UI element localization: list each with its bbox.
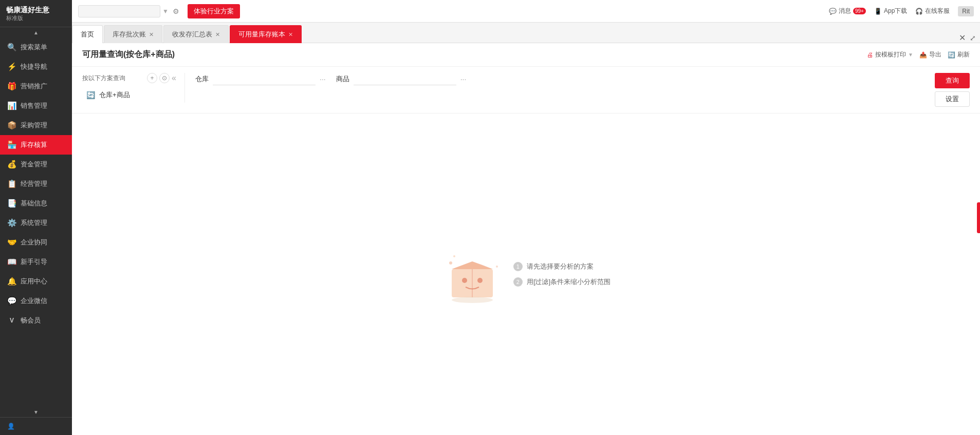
sidebar-item-base-info[interactable]: 📑 基础信息 (0, 194, 72, 213)
quick-nav-icon: ⚡ (7, 62, 16, 71)
tab-home[interactable]: 首页 (72, 25, 103, 43)
tabs-bar: 首页 库存批次账 ✕ 收发存汇总表 ✕ 可用量库存账本 ✕ ✕ ⤢ (72, 23, 980, 43)
marketing-icon: 🎁 (7, 82, 16, 91)
query-left-panel: 按以下方案查询 + ⊙ « 🔄 仓库+商品 (82, 73, 185, 103)
sidebar-item-label: 快捷导航 (21, 62, 47, 71)
app-download-button[interactable]: 📱 App下载 (874, 7, 907, 15)
empty-num-2: 2 (513, 277, 523, 287)
online-service-button[interactable]: 🎧 在线客服 (915, 7, 950, 15)
user-avatar-icon: 👤 (7, 423, 15, 430)
online-service-label: 在线客服 (925, 7, 950, 15)
user-avatar[interactable]: Rit (958, 6, 974, 16)
user-name: Rit (962, 8, 970, 15)
top-header: ▼ ⚙ 体验行业方案 💬 消息 99+ 📱 App下载 🎧 在线客服 Rit (72, 0, 980, 23)
settings-scheme-button[interactable]: ⊙ (159, 73, 170, 83)
sidebar-item-finance[interactable]: 💰 资金管理 (0, 155, 72, 174)
svg-point-9 (453, 255, 455, 257)
header-search-input[interactable] (78, 5, 160, 17)
empty-num-1: 1 (513, 262, 523, 271)
empty-hint-1-text: 请先选择要分析的方案 (527, 262, 594, 271)
tab-batch-account[interactable]: 库存批次账 ✕ (104, 25, 162, 43)
add-icon: + (151, 74, 154, 82)
print-dropdown-icon[interactable]: ▼ (908, 52, 913, 58)
export-icon: 📤 (919, 51, 927, 59)
product-label: 商品 (336, 74, 349, 84)
svg-marker-1 (452, 261, 493, 269)
tab-available-qty-label: 可用量库存账本 (238, 30, 285, 39)
product-input[interactable] (354, 73, 456, 85)
empty-hint-2: 2 用[过滤]条件来缩小分析范围 (513, 277, 611, 287)
message-badge: 99+ (853, 8, 866, 14)
sidebar-item-marketing[interactable]: 🎁 营销推广 (0, 77, 72, 96)
sidebar-item-label: 搜索菜单 (21, 43, 47, 52)
query-left-actions: + ⊙ « (147, 73, 176, 83)
sidebar-scroll-down[interactable]: ▼ (0, 407, 72, 417)
empty-hint-2-text: 用[过滤]条件来缩小分析范围 (527, 277, 611, 287)
sidebar-item-label: 采购管理 (21, 121, 47, 130)
sidebar-item-business[interactable]: 📋 经营管理 (0, 174, 72, 194)
svg-point-8 (496, 266, 498, 268)
product-more-icon[interactable]: ··· (460, 75, 467, 83)
logo-title: 畅康通好生意 (6, 5, 66, 14)
sidebar-item-guide[interactable]: 📖 新手引导 (0, 252, 72, 272)
sidebar-item-enterprise[interactable]: 🤝 企业协同 (0, 233, 72, 252)
tabs-close-all-button[interactable]: ✕ (959, 33, 966, 43)
print-label: 按模板打印 (875, 50, 906, 59)
query-scheme-title: 按以下方案查询 (82, 74, 125, 83)
sidebar-item-purchase[interactable]: 📦 采购管理 (0, 116, 72, 135)
service-icon: 🎧 (915, 8, 923, 15)
header-search-dropdown[interactable]: ▼ (162, 8, 169, 15)
sidebar-item-system[interactable]: ⚙️ 系统管理 (0, 213, 72, 233)
tabs-expand-button[interactable]: ⤢ (970, 34, 976, 42)
tab-available-qty-close[interactable]: ✕ (288, 31, 293, 38)
sidebar-item-inventory[interactable]: 🏪 库存核算 (0, 135, 72, 155)
header-search-area: ▼ ⚙ (78, 5, 179, 17)
warehouse-label: 仓库 (195, 74, 209, 84)
warehouse-more-icon[interactable]: ··· (320, 75, 326, 83)
refresh-button[interactable]: 🔄 刷新 (948, 50, 970, 59)
print-icon: 🖨 (867, 51, 873, 59)
wechat-icon: 💬 (7, 296, 16, 306)
query-left-header: 按以下方案查询 + ⊙ « (82, 73, 176, 83)
collapse-scheme-button[interactable]: « (172, 73, 176, 83)
query-button[interactable]: 查询 (935, 73, 970, 88)
member-icon: V (7, 317, 16, 324)
tab-inventory-summary[interactable]: 收发存汇总表 ✕ (163, 25, 229, 43)
warehouse-input[interactable] (213, 73, 316, 85)
sidebar-scroll-up[interactable]: ▲ (0, 27, 72, 37)
empty-text: 1 请先选择要分析的方案 2 用[过滤]条件来缩小分析范围 (513, 262, 611, 287)
purchase-icon: 📦 (7, 121, 16, 130)
header-gear-icon[interactable]: ⚙ (173, 7, 179, 15)
sidebar-item-label: 企业微信 (21, 296, 47, 306)
scheme-label: 仓库+商品 (99, 90, 130, 100)
print-button[interactable]: 🖨 按模板打印 ▼ (867, 50, 913, 59)
tab-batch-account-label: 库存批次账 (113, 30, 146, 39)
sidebar-item-label: 经营管理 (21, 179, 47, 188)
tab-available-qty[interactable]: 可用量库存账本 ✕ (230, 25, 302, 43)
sidebar-item-label: 系统管理 (21, 218, 47, 228)
tab-inventory-summary-close[interactable]: ✕ (215, 31, 220, 38)
sidebar-item-member[interactable]: V 畅会员 (0, 311, 72, 330)
sidebar-item-sales[interactable]: 📊 销售管理 (0, 96, 72, 116)
sidebar-bottom[interactable]: 👤 (0, 417, 72, 435)
sidebar-item-quick-nav[interactable]: ⚡ 快捷导航 (0, 57, 72, 77)
empty-state: 1 请先选择要分析的方案 2 用[过滤]条件来缩小分析范围 (72, 114, 980, 435)
sidebar-item-label: 库存核算 (21, 140, 47, 149)
sidebar-item-wechat[interactable]: 💬 企业微信 (0, 291, 72, 311)
query-actions: 查询 设置 (927, 73, 970, 107)
product-filter-group: 商品 ··· (336, 73, 467, 85)
setting-button[interactable]: 设置 (935, 91, 970, 107)
phone-icon: 📱 (874, 8, 882, 15)
sidebar-item-app-center[interactable]: 🔔 应用中心 (0, 272, 72, 291)
add-scheme-button[interactable]: + (147, 73, 157, 83)
tab-batch-account-close[interactable]: ✕ (149, 31, 154, 38)
query-section: 按以下方案查询 + ⊙ « 🔄 仓库+商品 (72, 67, 980, 114)
sidebar-item-search[interactable]: 🔍 搜索菜单 (0, 37, 72, 57)
scheme-item-warehouse-product[interactable]: 🔄 仓库+商品 (82, 87, 176, 103)
sidebar-menu: 🔍 搜索菜单 ⚡ 快捷导航 🎁 营销推广 📊 销售管理 📦 采购管理 🏪 库存核… (0, 37, 72, 407)
trial-button[interactable]: 体验行业方案 (188, 4, 240, 18)
message-button[interactable]: 💬 消息 99+ (829, 7, 866, 15)
export-button[interactable]: 📤 导出 (919, 50, 941, 59)
sidebar-item-label: 营销推广 (21, 82, 47, 91)
logo-sub: 标准版 (6, 14, 66, 22)
